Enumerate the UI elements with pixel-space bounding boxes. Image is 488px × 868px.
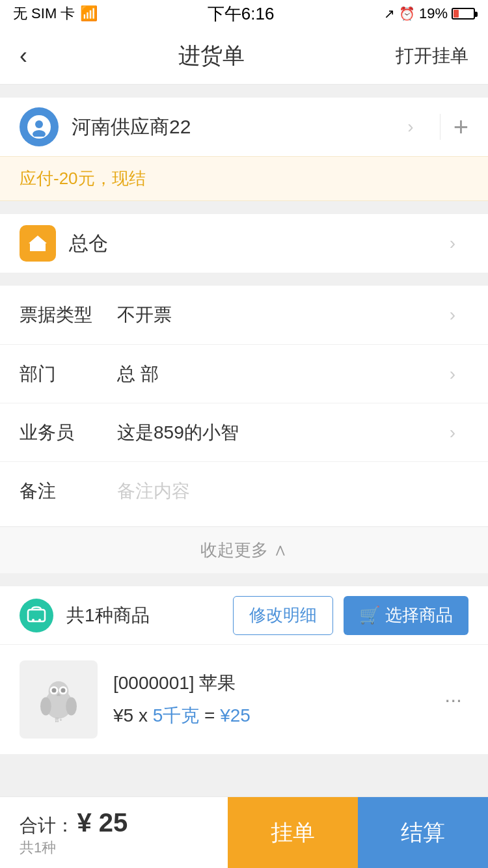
product-item: 晋+ [0000001] 苹果 ¥5 x 5千克 = ¥25 ··· (0, 645, 488, 755)
svg-point-10 (52, 688, 57, 693)
avatar-inner (27, 115, 51, 139)
svg-point-13 (40, 698, 51, 716)
status-time: 下午6:16 (208, 3, 275, 25)
battery-icon (452, 8, 475, 20)
svg-text:晋+: 晋+ (55, 718, 62, 722)
cart-icon (27, 606, 46, 625)
supplier-chevron: › (407, 116, 413, 137)
total-amount: ¥ 25 (77, 808, 128, 837)
checkout-button[interactable]: 结算 (358, 797, 488, 869)
invoice-chevron: › (450, 305, 455, 325)
warehouse-section: 总仓 › (0, 214, 488, 273)
bottom-bar: 合计： ¥ 25 共1种 挂单 结算 (0, 796, 488, 868)
warehouse-row[interactable]: 总仓 › (0, 214, 488, 273)
top-divider (0, 85, 488, 98)
salesman-value: 这是859的小智 (104, 420, 450, 445)
svg-point-0 (35, 120, 43, 128)
divider-1 (0, 201, 488, 214)
salesman-chevron: › (450, 422, 455, 443)
price-total: ¥25 (220, 705, 251, 726)
select-icon: 🛒 (359, 605, 380, 625)
product-count-icon (20, 599, 53, 632)
total-section: 合计： ¥ 25 共1种 (0, 808, 228, 858)
svg-point-11 (61, 688, 66, 693)
svg-rect-3 (28, 610, 45, 621)
supplier-avatar (20, 107, 59, 146)
carrier-text: 无 SIM 卡 (13, 4, 75, 23)
divider-2 (0, 273, 488, 286)
supplier-row[interactable]: 河南供应商22 › + (0, 98, 488, 156)
product-more-button[interactable]: ··· (438, 681, 468, 718)
invoice-value: 不开票 (104, 303, 450, 327)
hang-button[interactable]: 挂单 (228, 797, 358, 869)
supplier-divider (440, 114, 441, 140)
svg-point-4 (32, 619, 34, 621)
wifi-icon: 📶 (80, 5, 98, 22)
supplier-section: 河南供应商22 › + 应付-20元，现结 (0, 98, 488, 201)
battery-percentage: 19% (419, 5, 448, 22)
status-carrier: 无 SIM 卡 📶 (13, 4, 98, 23)
price-separator: x (139, 705, 153, 726)
invoice-label: 票据类型 (20, 303, 104, 327)
product-name: [0000001] 苹果 (113, 671, 438, 696)
products-header: 共1种商品 修改明细 🛒 选择商品 (0, 586, 488, 645)
department-label: 部门 (20, 362, 104, 387)
warehouse-icon (20, 225, 56, 262)
status-indicators: ↗ ⏰ 19% (384, 5, 475, 22)
product-price: ¥5 x 5千克 = ¥25 (113, 703, 438, 728)
product-thumbnail: 晋+ (20, 660, 98, 739)
price-equals: = (204, 705, 220, 726)
modify-detail-button[interactable]: 修改明细 (233, 596, 333, 635)
total-count: 共1种 (20, 838, 208, 858)
remark-label: 备注 (20, 479, 104, 504)
svg-point-1 (33, 130, 46, 137)
alarm-icon: ⏰ (399, 6, 415, 21)
total-row: 合计： ¥ 25 (20, 808, 208, 838)
products-section: 共1种商品 修改明细 🛒 选择商品 (0, 586, 488, 755)
collapse-row[interactable]: 收起更多 ∧ (0, 526, 488, 573)
product-title: 苹果 (199, 673, 236, 693)
department-value: 总 部 (104, 362, 450, 387)
select-product-button[interactable]: 🛒 选择商品 (344, 596, 468, 635)
warehouse-name: 总仓 (69, 230, 450, 257)
form-section: 票据类型 不开票 › 部门 总 部 › 业务员 这是859的小智 › 备注 备注… (0, 286, 488, 573)
nav-bar: ‹ 进货单 打开挂单 (0, 27, 488, 85)
invoice-row[interactable]: 票据类型 不开票 › (0, 286, 488, 344)
back-button[interactable]: ‹ (20, 42, 27, 70)
page-title: 进货单 (178, 41, 245, 71)
supplier-name: 河南供应商22 (72, 114, 407, 141)
total-label: 合计： (20, 815, 74, 835)
collapse-text: 收起更多 ∧ (200, 539, 287, 562)
department-chevron: › (450, 364, 455, 385)
price-base: ¥5 (113, 705, 133, 726)
svg-point-14 (66, 698, 77, 716)
warning-banner: 应付-20元，现结 (0, 156, 488, 201)
remark-placeholder: 备注内容 (104, 479, 468, 504)
department-row[interactable]: 部门 总 部 › (0, 344, 488, 403)
product-id: [0000001] (113, 673, 195, 693)
select-label: 选择商品 (385, 604, 453, 627)
owl-logo: 晋+ (36, 677, 81, 722)
home-icon (27, 233, 48, 254)
add-button[interactable]: + (454, 113, 468, 142)
price-quantity: 5千克 (153, 705, 200, 726)
warehouse-chevron: › (450, 233, 455, 254)
salesman-row[interactable]: 业务员 这是859的小智 › (0, 403, 488, 461)
svg-marker-2 (29, 236, 47, 251)
open-hang-button[interactable]: 打开挂单 (396, 44, 468, 68)
salesman-label: 业务员 (20, 420, 104, 445)
remark-row[interactable]: 备注 备注内容 (0, 461, 488, 520)
svg-point-5 (38, 619, 41, 621)
person-icon (29, 117, 49, 137)
location-icon: ↗ (384, 6, 395, 21)
status-bar: 无 SIM 卡 📶 下午6:16 ↗ ⏰ 19% (0, 0, 488, 27)
product-count-text: 共1种商品 (66, 603, 233, 628)
product-info: [0000001] 苹果 ¥5 x 5千克 = ¥25 (113, 671, 438, 728)
